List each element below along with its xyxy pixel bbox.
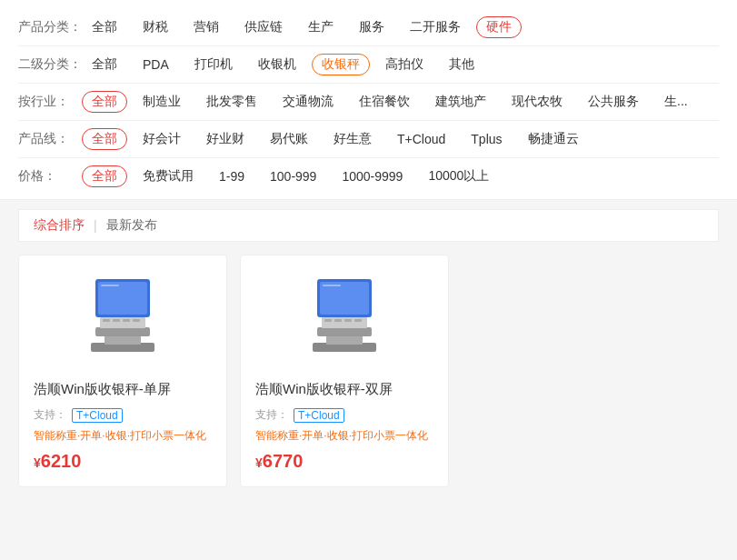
filter-item-line-goodbusiness[interactable]: 好生意 bbox=[324, 128, 382, 150]
svg-rect-6 bbox=[101, 285, 119, 286]
svg-rect-2 bbox=[95, 327, 150, 336]
filter-item-sub-all[interactable]: 全部 bbox=[82, 54, 127, 75]
svg-rect-17 bbox=[320, 282, 369, 315]
filter-item-line-changjie[interactable]: 畅捷通云 bbox=[518, 128, 589, 150]
filter-items-price: 全部 免费试用 1-99 100-999 1000-9999 10000以上 bbox=[82, 165, 499, 187]
filter-item-category-supply[interactable]: 供应链 bbox=[234, 16, 293, 38]
filter-item-price-r1[interactable]: 1-99 bbox=[209, 166, 254, 186]
sort-comprehensive[interactable]: 综合排序 bbox=[30, 217, 88, 234]
filter-item-line-tcloud[interactable]: T+Cloud bbox=[387, 129, 455, 149]
filter-item-industry-agriculture[interactable]: 现代农牧 bbox=[502, 91, 573, 113]
product-card-2[interactable]: 浩顺Win版收银秤-双屏 支持： T+Cloud 智能称重·开单·收银·打印小票… bbox=[240, 255, 449, 487]
filter-item-sub-cashscale[interactable]: 收银秤 bbox=[312, 54, 370, 75]
price-value-1: 6210 bbox=[41, 451, 82, 471]
filter-label-subcategory: 二级分类： bbox=[18, 56, 82, 73]
filter-item-category-service[interactable]: 服务 bbox=[349, 16, 394, 38]
support-label-2: 支持： bbox=[255, 407, 288, 423]
filter-row-subcategory: 二级分类： 全部 PDA 打印机 收银机 收银秤 高拍仪 其他 bbox=[18, 46, 719, 84]
filter-items-productline: 全部 好会计 好业财 易代账 好生意 T+Cloud Tplus 畅捷通云 bbox=[82, 128, 589, 150]
filter-item-industry-publicservice[interactable]: 公共服务 bbox=[578, 91, 649, 113]
svg-rect-11 bbox=[133, 319, 140, 322]
svg-rect-23 bbox=[354, 319, 362, 322]
filter-item-line-goodaccounting[interactable]: 好会计 bbox=[133, 128, 191, 150]
price-symbol-2: ¥ bbox=[255, 455, 263, 470]
svg-rect-7 bbox=[100, 317, 145, 328]
sort-bar: 综合排序 | 最新发布 bbox=[18, 209, 719, 242]
svg-rect-9 bbox=[113, 319, 120, 322]
filter-item-price-r4[interactable]: 10000以上 bbox=[418, 165, 499, 187]
filter-item-sub-highcam[interactable]: 高拍仪 bbox=[375, 54, 433, 75]
svg-rect-19 bbox=[322, 317, 367, 328]
pos-machine-icon-1 bbox=[73, 275, 173, 365]
filter-section: 产品分类： 全部 财税 营销 供应链 生产 服务 二开服务 硬件 二级分类： 全… bbox=[0, 0, 737, 200]
svg-rect-21 bbox=[334, 319, 342, 322]
product-price-2: ¥6770 bbox=[255, 451, 433, 472]
filter-item-industry-construction[interactable]: 建筑地产 bbox=[425, 91, 496, 113]
filter-row-category: 产品分类： 全部 财税 营销 供应链 生产 服务 二开服务 硬件 bbox=[18, 9, 719, 46]
filter-item-industry-transport[interactable]: 交通物流 bbox=[273, 91, 344, 113]
product-name-2: 浩顺Win版收银秤-双屏 bbox=[255, 381, 433, 398]
filter-item-industry-more[interactable]: 生... bbox=[654, 91, 698, 113]
svg-rect-22 bbox=[344, 319, 352, 322]
product-desc-2: 智能称重·开单·收银·打印小票一体化 bbox=[255, 428, 433, 444]
filter-item-category-finance[interactable]: 财税 bbox=[133, 16, 178, 38]
filter-item-line-tplus[interactable]: Tplus bbox=[461, 129, 512, 149]
pos-machine-icon-2 bbox=[294, 275, 394, 365]
sort-latest[interactable]: 最新发布 bbox=[103, 217, 161, 234]
filter-item-category-production[interactable]: 生产 bbox=[298, 16, 344, 38]
filter-row-productline: 产品线： 全部 好会计 好业财 易代账 好生意 T+Cloud Tplus 畅捷… bbox=[18, 121, 719, 158]
filter-item-sub-other[interactable]: 其他 bbox=[439, 54, 484, 75]
svg-rect-8 bbox=[103, 319, 110, 322]
product-image-2 bbox=[255, 270, 433, 370]
filter-item-line-goodfinance[interactable]: 好业财 bbox=[196, 128, 254, 150]
filter-label-productline: 产品线： bbox=[18, 131, 82, 147]
svg-rect-10 bbox=[123, 319, 130, 322]
filter-item-price-r2[interactable]: 100-999 bbox=[260, 166, 326, 186]
filter-item-price-r3[interactable]: 1000-9999 bbox=[332, 166, 413, 186]
price-value-2: 6770 bbox=[263, 451, 304, 471]
product-image-1 bbox=[34, 270, 212, 370]
filter-item-category-marketing[interactable]: 营销 bbox=[184, 16, 229, 38]
filter-items-subcategory: 全部 PDA 打印机 收银机 收银秤 高拍仪 其他 bbox=[82, 54, 484, 75]
filter-item-sub-printer[interactable]: 打印机 bbox=[184, 54, 243, 75]
filter-item-industry-hospitality[interactable]: 住宿餐饮 bbox=[349, 91, 420, 113]
main-content: 综合排序 | 最新发布 bbox=[0, 209, 737, 560]
filter-item-category-hardware[interactable]: 硬件 bbox=[476, 16, 522, 38]
filter-item-category-openservice[interactable]: 二开服务 bbox=[400, 16, 471, 38]
filter-item-price-all[interactable]: 全部 bbox=[82, 165, 127, 187]
filter-label-price: 价格： bbox=[18, 168, 82, 185]
support-tag-1[interactable]: T+Cloud bbox=[72, 408, 123, 423]
filter-item-industry-wholesale[interactable]: 批发零售 bbox=[196, 91, 267, 113]
support-label-1: 支持： bbox=[34, 407, 66, 423]
filter-item-industry-manufacturing[interactable]: 制造业 bbox=[133, 91, 191, 113]
filter-items-category: 全部 财税 营销 供应链 生产 服务 二开服务 硬件 bbox=[82, 16, 522, 38]
product-support-2: 支持： T+Cloud bbox=[255, 407, 433, 423]
svg-rect-14 bbox=[317, 327, 372, 336]
filter-row-price: 价格： 全部 免费试用 1-99 100-999 1000-9999 10000… bbox=[18, 158, 719, 195]
product-price-1: ¥6210 bbox=[34, 451, 212, 472]
price-symbol-1: ¥ bbox=[34, 455, 41, 470]
filter-item-sub-cashregister[interactable]: 收银机 bbox=[248, 54, 306, 75]
filter-items-industry: 全部 制造业 批发零售 交通物流 住宿餐饮 建筑地产 现代农牧 公共服务 生..… bbox=[82, 91, 698, 113]
product-support-1: 支持： T+Cloud bbox=[34, 407, 212, 423]
filter-item-line-all[interactable]: 全部 bbox=[82, 128, 127, 150]
filter-item-price-free[interactable]: 免费试用 bbox=[133, 165, 204, 187]
filter-label-category: 产品分类： bbox=[18, 19, 82, 35]
filter-row-industry: 按行业： 全部 制造业 批发零售 交通物流 住宿餐饮 建筑地产 现代农牧 公共服… bbox=[18, 84, 719, 121]
sort-divider: | bbox=[88, 218, 103, 233]
product-name-1: 浩顺Win版收银秤-单屏 bbox=[34, 381, 212, 398]
product-card-1[interactable]: 浩顺Win版收银秤-单屏 支持： T+Cloud 智能称重·开单·收银·打印小票… bbox=[18, 255, 227, 487]
filter-label-industry: 按行业： bbox=[18, 94, 82, 110]
svg-rect-5 bbox=[98, 282, 147, 315]
products-container: 浩顺Win版收银秤-单屏 支持： T+Cloud 智能称重·开单·收银·打印小票… bbox=[0, 242, 737, 500]
svg-rect-18 bbox=[323, 285, 341, 286]
filter-item-line-easyaccount[interactable]: 易代账 bbox=[260, 128, 318, 150]
filter-item-category-all[interactable]: 全部 bbox=[82, 16, 127, 38]
svg-rect-20 bbox=[324, 319, 332, 322]
filter-item-industry-all[interactable]: 全部 bbox=[82, 91, 127, 113]
support-tag-2[interactable]: T+Cloud bbox=[294, 408, 344, 423]
product-desc-1: 智能称重·开单·收银·打印小票一体化 bbox=[34, 428, 212, 444]
filter-item-sub-pda[interactable]: PDA bbox=[133, 55, 179, 75]
